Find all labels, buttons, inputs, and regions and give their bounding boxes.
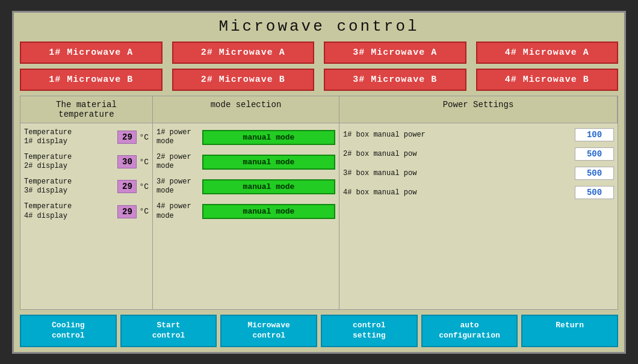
microwave-row-a: 1# Microwave A 2# Microwave A 3# Microwa… bbox=[20, 42, 618, 64]
power-input-2[interactable] bbox=[575, 147, 614, 161]
power-input-3[interactable] bbox=[575, 167, 614, 180]
col-header-power: Power Settings bbox=[339, 96, 618, 123]
temp-unit-4: °C bbox=[139, 207, 149, 216]
mw-b1-button[interactable]: 1# Microwave B bbox=[20, 69, 163, 91]
auto-configuration-button[interactable]: autoconfiguration bbox=[421, 315, 518, 347]
mode-label-2: 2# powermode bbox=[156, 153, 199, 171]
mode-btn-4[interactable]: manual mode bbox=[202, 204, 335, 219]
power-label-4: 4# box manual pow bbox=[343, 188, 571, 197]
mode-column: 1# powermode manual mode 2# powermode ma… bbox=[153, 123, 339, 309]
mw-a4-button[interactable]: 4# Microwave A bbox=[476, 42, 619, 64]
microwave-control-button[interactable]: Microwavecontrol bbox=[220, 315, 317, 347]
temp-label-4: Temperature4# display bbox=[24, 202, 117, 221]
mw-a1-button[interactable]: 1# Microwave A bbox=[20, 42, 163, 64]
temp-value-3: 29 bbox=[117, 180, 137, 193]
mode-label-3: 3# powermode bbox=[156, 177, 199, 196]
power-row-1: 1# box manual power bbox=[343, 126, 614, 144]
temp-row-3: Temperature3# display 29 °C bbox=[24, 175, 149, 199]
col-header-temperature: The materialtemperature bbox=[20, 96, 153, 123]
page-title: Microwave control bbox=[20, 17, 618, 35]
power-input-4[interactable] bbox=[575, 186, 614, 199]
main-screen: Microwave control 1# Microwave A 2# Micr… bbox=[12, 11, 626, 354]
mw-b4-button[interactable]: 4# Microwave B bbox=[476, 69, 619, 91]
temp-label-2: Temperature2# display bbox=[24, 153, 117, 171]
power-label-3: 3# box manual pow bbox=[343, 169, 571, 177]
cooling-control-button[interactable]: Coolingcontrol bbox=[20, 315, 117, 347]
power-row-4: 4# box manual pow bbox=[343, 184, 614, 202]
mode-row-3: 3# powermode manual mode bbox=[156, 175, 335, 199]
mode-btn-3[interactable]: manual mode bbox=[202, 179, 335, 194]
power-label-1: 1# box manual power bbox=[343, 131, 571, 139]
mode-label-4: 4# powermode bbox=[156, 202, 199, 221]
power-label-2: 2# box manual pow bbox=[343, 150, 571, 158]
power-column: 1# box manual power 2# box manual pow 3#… bbox=[339, 123, 618, 309]
temp-row-4: Temperature4# display 29 °C bbox=[24, 200, 149, 223]
table-header: The materialtemperature mode selection P… bbox=[20, 96, 618, 123]
col-header-mode: mode selection bbox=[153, 96, 339, 123]
mode-label-1: 1# powermode bbox=[156, 128, 199, 147]
mw-a2-button[interactable]: 2# Microwave A bbox=[172, 42, 315, 64]
temperature-column: Temperature1# display 29 °C Temperature2… bbox=[20, 123, 153, 309]
temp-value-2: 30 bbox=[117, 155, 137, 168]
mw-a3-button[interactable]: 3# Microwave A bbox=[324, 42, 466, 64]
temp-label-1: Temperature1# display bbox=[24, 128, 117, 147]
mw-b2-button[interactable]: 2# Microwave B bbox=[172, 69, 315, 91]
mode-row-4: 4# powermode manual mode bbox=[156, 200, 335, 223]
table-body: Temperature1# display 29 °C Temperature2… bbox=[20, 123, 618, 309]
control-setting-button[interactable]: controlsetting bbox=[321, 315, 418, 347]
return-button[interactable]: Return bbox=[521, 315, 618, 347]
temp-value-1: 29 bbox=[117, 131, 137, 144]
mw-b3-button[interactable]: 3# Microwave B bbox=[324, 69, 466, 91]
power-input-1[interactable] bbox=[575, 128, 614, 141]
mode-row-2: 2# powermode manual mode bbox=[156, 150, 335, 174]
temp-value-4: 29 bbox=[117, 205, 137, 218]
temp-unit-3: °C bbox=[139, 182, 149, 191]
main-table: The materialtemperature mode selection P… bbox=[20, 96, 618, 310]
microwave-row-b: 1# Microwave B 2# Microwave B 3# Microwa… bbox=[20, 69, 618, 91]
mode-btn-2[interactable]: manual mode bbox=[202, 155, 335, 170]
start-control-button[interactable]: Startcontrol bbox=[120, 315, 217, 347]
temp-row-1: Temperature1# display 29 °C bbox=[24, 126, 149, 149]
temp-unit-1: °C bbox=[139, 133, 149, 142]
temp-row-2: Temperature2# display 30 °C bbox=[24, 150, 149, 174]
temp-unit-2: °C bbox=[139, 158, 149, 167]
bottom-bar: Coolingcontrol Startcontrol Microwavecon… bbox=[20, 315, 618, 347]
mode-btn-1[interactable]: manual mode bbox=[202, 130, 335, 145]
power-row-2: 2# box manual pow bbox=[343, 145, 614, 163]
temp-label-3: Temperature3# display bbox=[24, 177, 117, 196]
mode-row-1: 1# powermode manual mode bbox=[156, 126, 335, 149]
power-row-3: 3# box manual pow bbox=[343, 164, 614, 182]
